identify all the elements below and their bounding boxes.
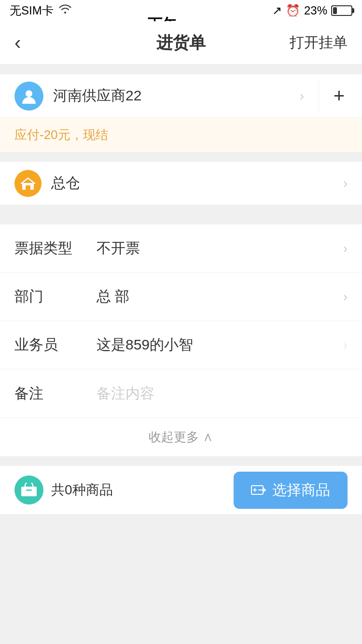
select-product-button[interactable]: 选择商品 bbox=[234, 472, 348, 509]
department-chevron-icon: › bbox=[343, 289, 348, 305]
status-right: ↗ ⏰ 23% bbox=[272, 4, 352, 17]
invoice-type-label: 票据类型 bbox=[14, 238, 87, 258]
invoice-type-value: 不开票 bbox=[97, 238, 338, 258]
section-divider-3 bbox=[0, 205, 362, 215]
salesperson-chevron-icon: › bbox=[343, 337, 348, 353]
select-product-label: 选择商品 bbox=[272, 480, 330, 500]
warehouse-section: 总仓 › bbox=[0, 162, 362, 205]
back-button[interactable]: ‹ bbox=[14, 32, 43, 54]
section-divider-2 bbox=[0, 152, 362, 162]
invoice-chevron-icon: › bbox=[343, 241, 348, 256]
svg-rect-3 bbox=[21, 487, 37, 496]
invoice-type-row[interactable]: 票据类型 不开票 › bbox=[0, 224, 362, 273]
svg-rect-2 bbox=[26, 185, 30, 190]
supplier-avatar bbox=[14, 82, 43, 111]
nav-bar: ‹ 进货单 打开挂单 bbox=[0, 21, 362, 65]
product-count-area: 共0种商品 bbox=[14, 476, 113, 504]
notice-text: 应付-20元，现结 bbox=[14, 127, 108, 142]
add-supplier-button[interactable]: + bbox=[319, 82, 348, 111]
status-left: 无SIM卡 bbox=[10, 3, 72, 18]
wifi-icon bbox=[58, 4, 72, 17]
warehouse-chevron-icon: › bbox=[343, 176, 348, 191]
collapse-label: 收起更多 ∧ bbox=[149, 429, 213, 446]
supplier-chevron-icon: › bbox=[300, 88, 304, 104]
remark-label: 备注 bbox=[14, 384, 87, 404]
warehouse-icon bbox=[14, 170, 42, 197]
warehouse-name: 总仓 bbox=[51, 173, 343, 193]
bottom-bar: 共0种商品 选择商品 bbox=[0, 466, 362, 514]
department-label: 部门 bbox=[14, 287, 87, 307]
supplier-name: 河南供应商22 bbox=[53, 86, 300, 106]
svg-point-0 bbox=[26, 90, 32, 97]
battery-icon bbox=[331, 5, 352, 16]
salesperson-value: 这是859的小智 bbox=[97, 335, 338, 355]
remark-row[interactable]: 备注 备注内容 bbox=[0, 369, 362, 418]
section-divider-1 bbox=[0, 65, 362, 74]
collapse-button[interactable]: 收起更多 ∧ bbox=[0, 418, 362, 456]
status-bar: 无SIM卡 下午6:04 ↗ ⏰ 23% bbox=[0, 0, 362, 21]
battery-label: 23% bbox=[304, 4, 327, 17]
department-value: 总 部 bbox=[97, 287, 338, 307]
form-section: 票据类型 不开票 › 部门 总 部 › 业务员 这是859的小智 › 备注 备注… bbox=[0, 224, 362, 418]
svg-rect-4 bbox=[26, 490, 32, 491]
carrier-label: 无SIM卡 bbox=[10, 3, 54, 18]
remark-input[interactable]: 备注内容 bbox=[97, 384, 348, 404]
salesperson-label: 业务员 bbox=[14, 335, 87, 355]
open-pending-button[interactable]: 打开挂单 bbox=[290, 33, 348, 53]
supplier-row[interactable]: 河南供应商22 › + bbox=[0, 74, 362, 118]
warehouse-row[interactable]: 总仓 › bbox=[0, 162, 362, 205]
notice-banner: 应付-20元，现结 bbox=[0, 118, 362, 152]
department-row[interactable]: 部门 总 部 › bbox=[0, 273, 362, 321]
product-count-text: 共0种商品 bbox=[51, 481, 113, 499]
salesperson-row[interactable]: 业务员 这是859的小智 › bbox=[0, 321, 362, 369]
location-icon: ↗ bbox=[272, 4, 282, 17]
alarm-icon: ⏰ bbox=[286, 4, 300, 17]
product-icon bbox=[14, 476, 43, 504]
supplier-section: 河南供应商22 › + 应付-20元，现结 bbox=[0, 74, 362, 152]
page-title: 进货单 bbox=[156, 32, 206, 54]
